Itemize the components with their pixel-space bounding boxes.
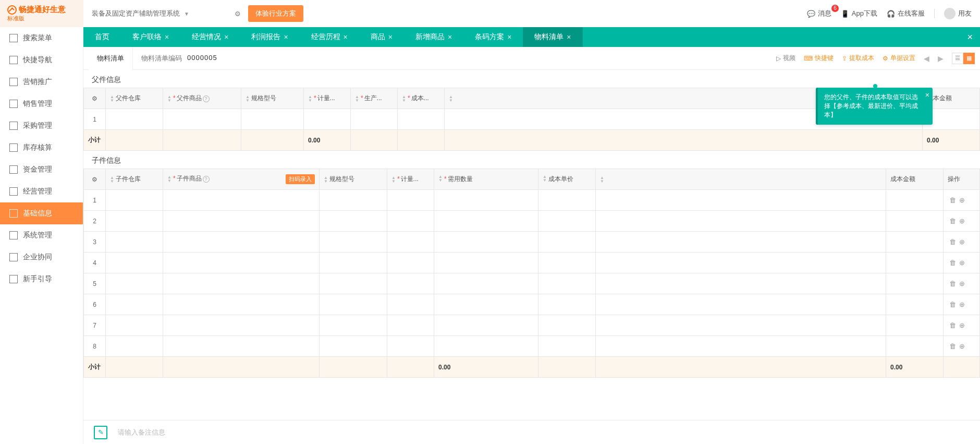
table-row[interactable]: 1🗑⊕ xyxy=(84,190,980,211)
col-parent-warehouse[interactable]: 父件仓库 xyxy=(106,88,163,109)
col-parent-item-label: 父件商品 xyxy=(177,94,202,102)
nav-next[interactable]: ▶ xyxy=(938,54,944,63)
close-icon[interactable]: × xyxy=(165,33,169,41)
row-ops: 🗑⊕ xyxy=(944,273,980,294)
tab-利润报告[interactable]: 利润报告× xyxy=(240,27,299,47)
tab-经营情况[interactable]: 经营情况× xyxy=(180,27,240,47)
delete-icon[interactable]: 🗑 xyxy=(949,280,956,287)
user-menu[interactable]: 用友 xyxy=(944,8,972,19)
support-button[interactable]: 🎧在线客服 xyxy=(887,9,925,18)
tool-doc-settings[interactable]: ⚙单据设置 xyxy=(883,54,915,63)
delete-icon[interactable]: 🗑 xyxy=(949,196,956,204)
add-row-icon[interactable]: ⊕ xyxy=(959,280,965,287)
tab-商品[interactable]: 商品× xyxy=(359,27,404,47)
delete-icon[interactable]: 🗑 xyxy=(949,217,956,225)
help-icon[interactable]: ? xyxy=(203,95,210,102)
delete-icon[interactable]: 🗑 xyxy=(949,259,956,267)
col-child-qty[interactable]: *需用数量 xyxy=(434,169,538,190)
tool-video[interactable]: ▷视频 xyxy=(776,54,795,63)
brand-name: 畅捷通好生意 xyxy=(19,5,66,15)
sidebar-item-库存核算[interactable]: 库存核算 xyxy=(0,137,83,159)
sidebar-item-营销推广[interactable]: 营销推广 xyxy=(0,71,83,93)
add-row-icon[interactable]: ⊕ xyxy=(959,217,965,225)
table-row[interactable]: 7🗑⊕ xyxy=(84,315,980,336)
add-row-icon[interactable]: ⊕ xyxy=(959,238,965,246)
sidebar-item-经营管理[interactable]: 经营管理 xyxy=(0,181,83,202)
view-list[interactable]: ☰ xyxy=(952,53,963,64)
settings-column[interactable]: ⚙ xyxy=(84,169,106,190)
table-row[interactable]: 4🗑⊕ xyxy=(84,253,980,273)
subtab-bom[interactable]: 物料清单 xyxy=(89,47,133,70)
sidebar-item-搜索菜单[interactable]: 搜索菜单 xyxy=(0,27,83,49)
col-parent-spec[interactable]: 规格型号 xyxy=(241,88,304,109)
add-row-icon[interactable]: ⊕ xyxy=(959,259,965,267)
table-row[interactable]: 6🗑⊕ xyxy=(84,294,980,315)
note-placeholder[interactable]: 请输入备注信息 xyxy=(118,428,165,437)
close-icon[interactable]: × xyxy=(388,33,393,41)
tool-shortcut[interactable]: ⌨快捷键 xyxy=(804,54,834,63)
note-icon[interactable]: ✎ xyxy=(94,426,107,439)
delete-icon[interactable]: 🗑 xyxy=(949,321,956,329)
tab-新增商品[interactable]: 新增商品× xyxy=(404,27,463,47)
close-icon[interactable]: × xyxy=(448,33,452,41)
close-icon[interactable]: × xyxy=(567,33,571,41)
help-icon[interactable]: ? xyxy=(203,176,210,183)
col-child-amount[interactable]: 成本金额 xyxy=(886,169,944,190)
col-parent-item[interactable]: *父件商品? xyxy=(163,88,241,109)
sidebar-item-基础信息[interactable]: 基础信息 xyxy=(0,202,83,224)
tab-物料清单[interactable]: 物料清单× xyxy=(523,27,582,47)
sidebar-item-销售管理[interactable]: 销售管理 xyxy=(0,93,83,115)
sidebar-item-新手引导[interactable]: 新手引导 xyxy=(0,268,83,290)
table-row[interactable]: 5🗑⊕ xyxy=(84,273,980,294)
close-icon[interactable]: × xyxy=(507,33,511,41)
gear-icon xyxy=(9,231,18,239)
col-parent-price[interactable]: *成本... xyxy=(398,88,445,109)
tab-条码方案[interactable]: 条码方案× xyxy=(463,27,523,47)
subtotal-label: 小计 xyxy=(84,357,106,378)
col-parent-date[interactable]: *生产... xyxy=(351,88,398,109)
sidebar-item-资金管理[interactable]: 资金管理 xyxy=(0,159,83,181)
col-child-spec[interactable]: 规格型号 xyxy=(320,169,387,190)
add-row-icon[interactable]: ⊕ xyxy=(959,321,965,329)
delete-icon[interactable]: 🗑 xyxy=(949,342,956,350)
close-icon[interactable]: × xyxy=(284,33,288,41)
scan-input-button[interactable]: 扫码录入 xyxy=(286,174,315,184)
close-all-tabs[interactable]: × xyxy=(960,27,980,47)
col-child-item[interactable]: *子件商品?扫码录入 xyxy=(163,169,320,190)
tool-extract-cost[interactable]: ⇪提取成本 xyxy=(842,54,874,63)
add-row-icon[interactable]: ⊕ xyxy=(959,301,965,308)
table-row[interactable]: 2🗑⊕ xyxy=(84,211,980,232)
add-row-icon[interactable]: ⊕ xyxy=(959,342,965,350)
sidebar-item-快捷导航[interactable]: 快捷导航 xyxy=(0,49,83,71)
delete-icon[interactable]: 🗑 xyxy=(949,301,956,308)
delete-icon[interactable]: 🗑 xyxy=(949,238,956,246)
messages-button[interactable]: 💬 消息 6 xyxy=(807,9,831,18)
app-download-button[interactable]: 📱App下载 xyxy=(841,9,877,18)
parent-section-title: 父件信息 xyxy=(83,70,980,88)
sidebar-item-采购管理[interactable]: 采购管理 xyxy=(0,115,83,137)
settings-column[interactable]: ⚙ xyxy=(84,88,106,109)
promo-button[interactable]: 体验行业方案 xyxy=(248,5,303,22)
sidebar-item-系统管理[interactable]: 系统管理 xyxy=(0,224,83,246)
nav-prev[interactable]: ◀ xyxy=(924,54,929,63)
settings-icon[interactable]: ⚙ xyxy=(235,10,241,18)
close-icon[interactable]: × xyxy=(344,33,348,41)
sidebar-item-label: 基础信息 xyxy=(23,209,52,218)
col-child-unit[interactable]: *计量... xyxy=(387,169,434,190)
tab-经营历程[interactable]: 经营历程× xyxy=(300,27,359,47)
footer-bar: ✎ 请输入备注信息 xyxy=(83,420,980,444)
add-row-icon[interactable]: ⊕ xyxy=(959,196,965,204)
table-row[interactable]: 8🗑⊕ xyxy=(84,336,980,357)
table-row[interactable]: 3🗑⊕ xyxy=(84,232,980,253)
sidebar-item-企业协同[interactable]: 企业协同 xyxy=(0,246,83,268)
tab-首页[interactable]: 首页 xyxy=(83,27,121,47)
row-number: 3 xyxy=(84,232,106,253)
system-selector[interactable]: 装备及固定资产辅助管理系统 ▼ xyxy=(92,9,227,18)
tab-客户联络[interactable]: 客户联络× xyxy=(121,27,180,47)
close-icon[interactable]: × xyxy=(925,91,929,99)
close-icon[interactable]: × xyxy=(224,33,228,41)
col-parent-unit[interactable]: *计量... xyxy=(304,88,351,109)
col-child-warehouse[interactable]: 子件仓库 xyxy=(106,169,163,190)
col-child-price[interactable]: 成本单价 xyxy=(538,169,596,190)
view-card[interactable]: ▦ xyxy=(963,53,975,64)
